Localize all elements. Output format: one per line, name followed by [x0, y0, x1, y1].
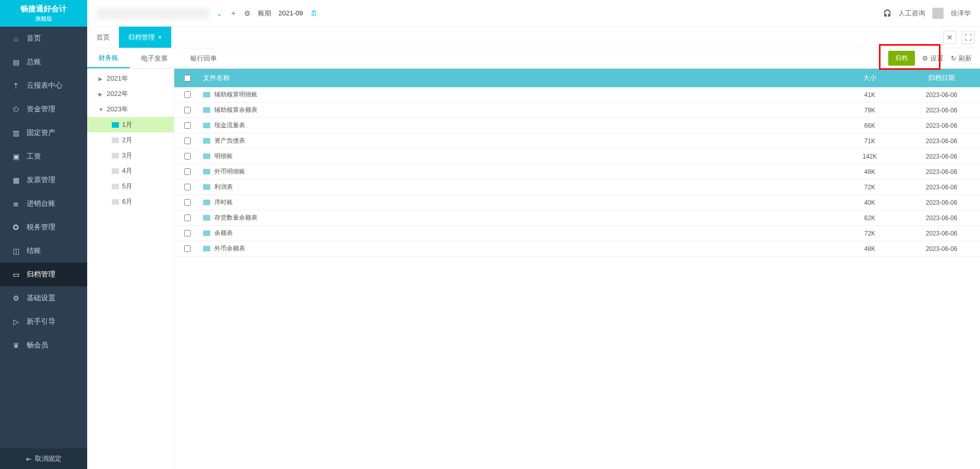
gear-icon: ⚙ [11, 294, 21, 303]
gear-icon[interactable]: ⚙ [244, 9, 251, 17]
nav-guide[interactable]: ▷新手引导 [0, 310, 87, 334]
table-row[interactable]: 资产负债表71K2023-06-06 [174, 133, 980, 149]
table-row[interactable]: 存货数量余额表62K2023-06-06 [174, 210, 980, 226]
row-checkbox[interactable] [184, 168, 191, 175]
file-icon [203, 138, 210, 144]
brand-edition: 旗舰版 [35, 15, 52, 23]
table-row[interactable]: 明细账142K2023-06-06 [174, 149, 980, 164]
select-all-checkbox[interactable] [184, 75, 191, 82]
user-name[interactable]: 徐泽华 [951, 9, 971, 18]
chart-icon: ⇡ [11, 81, 21, 90]
file-name: 存货数量余额表 [214, 213, 257, 222]
tree-year-2021[interactable]: ▶2021年 [87, 71, 174, 86]
subtab-finance[interactable]: 财务账 [87, 48, 130, 68]
nav-archive[interactable]: ▭归档管理 [0, 263, 87, 286]
file-size: 41K [836, 91, 903, 99]
table-row[interactable]: 利润表72K2023-06-06 [174, 180, 980, 195]
sidebar-unpin[interactable]: ⇤取消固定 [0, 448, 87, 469]
tree-year-2023[interactable]: ▼2023年 [87, 102, 174, 117]
row-checkbox[interactable] [184, 107, 191, 113]
tree-year-2022[interactable]: ▶2022年 [87, 86, 174, 102]
funds-icon: ⏲ [11, 105, 21, 114]
calendar-icon[interactable]: 🗓 [310, 9, 317, 17]
consult-link[interactable]: 人工咨询 [898, 9, 925, 18]
period-label: 账期 [258, 9, 271, 18]
nav-home[interactable]: ⌂首页 [0, 27, 87, 50]
home-icon: ⌂ [11, 34, 21, 43]
file-name: 余额表 [214, 229, 233, 238]
company-selector[interactable] [96, 8, 209, 19]
nav-invoice[interactable]: ▦发票管理 [0, 168, 87, 192]
file-icon [203, 169, 210, 174]
avatar[interactable] [932, 8, 944, 19]
subtab-einvoice[interactable]: 电子发票 [130, 48, 179, 68]
period-value[interactable]: 2021-09 [278, 9, 303, 17]
file-name: 外币余额表 [214, 244, 245, 253]
file-icon [203, 200, 210, 205]
row-checkbox[interactable] [184, 138, 191, 144]
header-name: 文件名称 [200, 73, 836, 83]
nav-fixed-assets[interactable]: ▥固定资产 [0, 121, 87, 145]
folder-icon [112, 153, 119, 159]
fullscreen-button[interactable]: ⛶ [962, 31, 975, 44]
tree-month-5[interactable]: 5月 [87, 179, 174, 194]
tree-month-2[interactable]: 2月 [87, 132, 174, 148]
tab-home[interactable]: 首页 [87, 27, 119, 48]
close-all-button[interactable]: ✕ [943, 31, 956, 44]
nav-tax[interactable]: ✪税务管理 [0, 216, 87, 239]
table-row[interactable]: 序时账40K2023-06-06 [174, 195, 980, 210]
table-row[interactable]: 外币明细账48K2023-06-06 [174, 164, 980, 180]
main: ⌄ ＋ ⚙ 账期 2021-09 🗓 🎧 人工咨询 徐泽华 首页 归档管理× ✕… [87, 0, 980, 469]
subtab-bank[interactable]: 银行回单 [179, 48, 228, 68]
header-size: 大小 [836, 73, 903, 83]
table-body: 辅助核算明细账41K2023-06-06辅助核算余额表79K2023-06-06… [174, 87, 980, 257]
close-icon[interactable]: × [158, 33, 162, 41]
nav-member[interactable]: ♛畅会员 [0, 334, 87, 357]
file-size: 72K [836, 184, 903, 191]
nav-settings[interactable]: ⚙基础设置 [0, 286, 87, 310]
file-date: 2023-06-06 [903, 245, 980, 252]
tab-archive[interactable]: 归档管理× [119, 27, 171, 48]
nav-funds[interactable]: ⏲资金管理 [0, 97, 87, 121]
table-row[interactable]: 现金流量表66K2023-06-06 [174, 118, 980, 133]
row-checkbox[interactable] [184, 199, 191, 206]
file-date: 2023-06-06 [903, 107, 980, 114]
row-checkbox[interactable] [184, 91, 191, 98]
add-button[interactable]: ＋ [230, 9, 237, 18]
archive-button[interactable]: 归档 [888, 51, 915, 66]
row-checkbox[interactable] [184, 245, 191, 252]
row-checkbox[interactable] [184, 230, 191, 237]
table-row[interactable]: 辅助核算明细账41K2023-06-06 [174, 87, 980, 103]
table-row[interactable]: 外币余额表48K2023-06-06 [174, 241, 980, 257]
file-size: 72K [836, 230, 903, 237]
file-table: 文件名称 大小 归档日期 辅助核算明细账41K2023-06-06辅助核算余额表… [174, 69, 980, 469]
refresh-link[interactable]: ↻刷新 [951, 54, 972, 63]
row-checkbox[interactable] [184, 153, 191, 160]
archive-icon: ▭ [11, 270, 21, 279]
ledger-icon: ▤ [11, 57, 21, 67]
nav-ledger[interactable]: ▤总账 [0, 50, 87, 74]
topbar: ⌄ ＋ ⚙ 账期 2021-09 🗓 🎧 人工咨询 徐泽华 [87, 0, 980, 27]
row-checkbox[interactable] [184, 184, 191, 190]
logo: 畅捷通好会计 旗舰版 [0, 0, 87, 27]
table-row[interactable]: 余额表72K2023-06-06 [174, 226, 980, 241]
file-size: 48K [836, 245, 903, 252]
chevron-down-icon[interactable]: ⌄ [216, 9, 223, 17]
salary-icon: ▣ [11, 152, 21, 161]
settings-link[interactable]: ⚙设置 [922, 54, 944, 63]
nav-salary[interactable]: ▣工资 [0, 145, 87, 168]
assets-icon: ▥ [11, 128, 21, 138]
nav-inventory[interactable]: ≣进销台账 [0, 192, 87, 216]
file-name: 辅助核算余额表 [214, 106, 257, 114]
table-row[interactable]: 辅助核算余额表79K2023-06-06 [174, 103, 980, 118]
tree-month-3[interactable]: 3月 [87, 148, 174, 163]
tree-month-6[interactable]: 6月 [87, 194, 174, 209]
nav-cloud-report[interactable]: ⇡云报表中心 [0, 74, 87, 97]
nav-close[interactable]: ◫结账 [0, 239, 87, 263]
file-size: 48K [836, 168, 903, 175]
tree-month-1[interactable]: 1月 [87, 117, 174, 132]
row-checkbox[interactable] [184, 122, 191, 129]
row-checkbox[interactable] [184, 214, 191, 221]
table-header: 文件名称 大小 归档日期 [174, 69, 980, 87]
tree-month-4[interactable]: 4月 [87, 163, 174, 179]
